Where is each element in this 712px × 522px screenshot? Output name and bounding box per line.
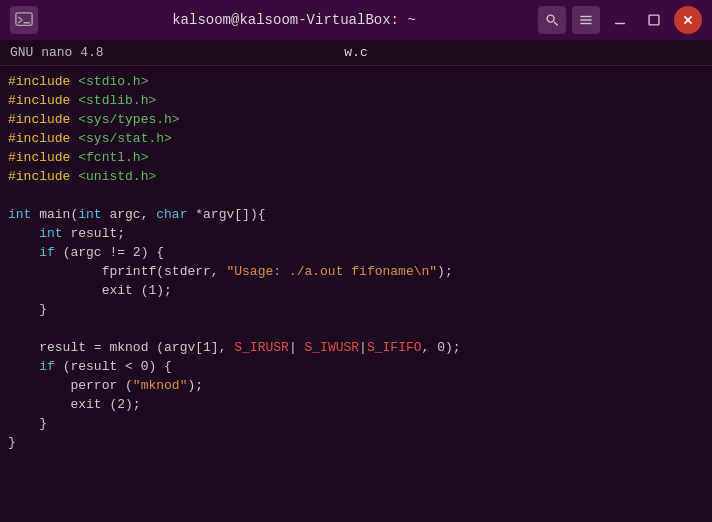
pipe1: | [289, 340, 297, 355]
code-line-11: fprintf(stderr, "Usage: ./a.out fifoname… [8, 262, 704, 281]
title-bar: kalsoom@kalsoom-VirtualBox: ~ [0, 0, 712, 40]
args: argc, [102, 207, 157, 222]
int-keyword3: int [39, 226, 62, 241]
title-bar-controls [538, 6, 702, 34]
code-line-15: result = mknod (argv[1], S_IRUSR| S_IWUS… [8, 338, 704, 357]
close-icon [682, 14, 694, 26]
code-line-7 [8, 186, 704, 205]
main-fn: main( [39, 207, 78, 222]
svg-line-3 [554, 22, 558, 26]
code-editor: #include <stdio.h> #include <stdlib.h> #… [0, 66, 712, 522]
code-line-6: #include <unistd.h> [8, 167, 704, 186]
code-line-19: } [8, 414, 704, 433]
include-keyword: #include [8, 150, 70, 165]
code-line-9: int result; [8, 224, 704, 243]
svg-rect-8 [649, 15, 659, 25]
code-line-12: exit (1); [8, 281, 704, 300]
include-keyword: #include [8, 169, 70, 184]
fprintf-call: fprintf(stderr, [102, 264, 227, 279]
code-line-1: #include <stdio.h> [8, 72, 704, 91]
minimize-icon [613, 13, 627, 27]
macro-siwusr: S_IWUSR [297, 340, 359, 355]
nano-filename: w.c [241, 45, 472, 60]
include-keyword: #include [8, 74, 70, 89]
terminal-icon [15, 11, 33, 29]
if-keyword: if [39, 245, 55, 260]
window-title: kalsoom@kalsoom-VirtualBox: ~ [58, 12, 530, 28]
svg-rect-0 [16, 13, 32, 26]
header-stdio: <stdio.h> [78, 74, 148, 89]
result-assign: result = mknod (argv[1], [39, 340, 234, 355]
menu-icon [579, 13, 593, 27]
close-brace-2: } [39, 416, 47, 431]
if-cond: (argc != 2) { [55, 245, 164, 260]
code-line-13: } [8, 300, 704, 319]
if-result: (result < 0) { [55, 359, 172, 374]
app-icon [10, 6, 38, 34]
code-line-17: perror ("mknod"); [8, 376, 704, 395]
code-line-5: #include <fcntl.h> [8, 148, 704, 167]
exit-2: exit (2); [70, 397, 140, 412]
code-line-8: int main(int argc, char *argv[]){ [8, 205, 704, 224]
title-bar-left [10, 6, 50, 34]
mknod-end: , 0); [422, 340, 461, 355]
string-mknod: "mknod" [133, 378, 188, 393]
perror-call: perror ( [70, 378, 132, 393]
result-decl: result; [63, 226, 125, 241]
code-line-16: if (result < 0) { [8, 357, 704, 376]
code-line-2: #include <stdlib.h> [8, 91, 704, 110]
code-line-18: exit (2); [8, 395, 704, 414]
header-unistd: <unistd.h> [78, 169, 156, 184]
header-sys-stat: <sys/stat.h> [78, 131, 172, 146]
header-fcntl: <fcntl.h> [78, 150, 148, 165]
close-brace-1: } [39, 302, 47, 317]
maximize-button[interactable] [640, 6, 668, 34]
argv: *argv[]){ [187, 207, 265, 222]
pipe2: | [359, 340, 367, 355]
header-sys-types: <sys/types.h> [78, 112, 179, 127]
code-line-14 [8, 319, 704, 338]
nano-version: GNU nano 4.8 [10, 45, 241, 60]
nano-header: GNU nano 4.8 w.c [0, 40, 712, 66]
close-button[interactable] [674, 6, 702, 34]
code-line-20: } [8, 433, 704, 452]
macro-sififo: S_IFIFO [367, 340, 422, 355]
search-button[interactable] [538, 6, 566, 34]
code-line-3: #include <sys/types.h> [8, 110, 704, 129]
header-stdlib: <stdlib.h> [78, 93, 156, 108]
include-keyword: #include [8, 112, 70, 127]
code-line-4: #include <sys/stat.h> [8, 129, 704, 148]
maximize-icon [647, 13, 661, 27]
char-keyword: char [156, 207, 187, 222]
include-keyword: #include [8, 93, 70, 108]
include-keyword: #include [8, 131, 70, 146]
svg-point-2 [547, 15, 554, 22]
if-keyword2: if [39, 359, 55, 374]
close-brace-main: } [8, 435, 16, 450]
menu-button[interactable] [572, 6, 600, 34]
int-keyword: int [8, 207, 31, 222]
exit-1: exit (1); [102, 283, 172, 298]
search-icon [545, 13, 559, 27]
perror-end: ); [187, 378, 203, 393]
code-line-10: if (argc != 2) { [8, 243, 704, 262]
fprintf-end: ); [437, 264, 453, 279]
int-keyword2: int [78, 207, 101, 222]
string-usage: "Usage: ./a.out fifoname\n" [226, 264, 437, 279]
minimize-button[interactable] [606, 6, 634, 34]
macro-sirusr: S_IRUSR [234, 340, 289, 355]
